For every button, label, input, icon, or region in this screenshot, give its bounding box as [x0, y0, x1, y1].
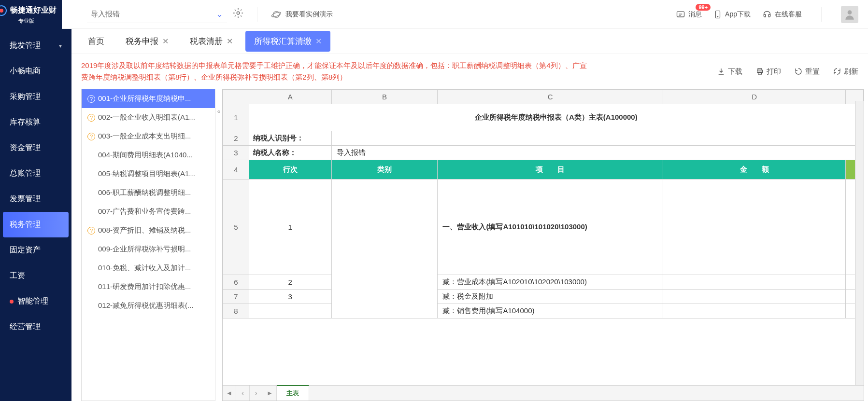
col-header[interactable]: A — [249, 90, 331, 104]
sidebar-item-label: 采购管理 — [10, 92, 41, 102]
search-box[interactable]: ⌄ — [87, 6, 227, 23]
sidebar-item[interactable]: 批发管理▾ — [0, 33, 71, 58]
gear-icon[interactable] — [233, 8, 243, 21]
tree-item[interactable]: 006-职工薪酬纳税调整明细... — [82, 183, 215, 202]
row-header[interactable]: 6 — [223, 275, 249, 290]
cell[interactable] — [331, 180, 438, 318]
avatar[interactable] — [841, 6, 858, 23]
header-cell[interactable]: 类别 — [331, 160, 438, 180]
tree-item[interactable]: 004-期间费用明细表(A1040... — [82, 146, 215, 165]
headset-icon — [762, 10, 772, 19]
cell[interactable]: 减：税金及附加 — [438, 290, 663, 304]
download-button[interactable]: 下载 — [717, 67, 742, 76]
sidebar: 批发管理▾小畅电商采购管理库存核算资金管理总账管理发票管理税务管理固定资产工资智… — [0, 29, 71, 401]
sheet-nav-prev[interactable]: ‹ — [236, 386, 250, 401]
reset-icon — [795, 68, 802, 75]
sheet-title[interactable]: 企业所得税年度纳税申报表（A类）主表(A100000) — [249, 104, 863, 131]
cell[interactable] — [663, 275, 846, 290]
tab[interactable]: 税务申报✕ — [117, 31, 177, 52]
header-cell[interactable]: 项 目 — [438, 160, 663, 180]
close-icon[interactable]: ✕ — [315, 37, 322, 46]
col-header[interactable]: C — [438, 90, 663, 104]
cell[interactable] — [249, 304, 331, 318]
sheet-nav-last[interactable]: ► — [263, 386, 277, 401]
cell[interactable]: 2 — [249, 275, 331, 290]
form-tree: ?001-企业所得税年度纳税申...?002-一般企业收入明细表(A1...?0… — [81, 89, 215, 401]
sheet-corner[interactable] — [223, 90, 249, 104]
demo-link[interactable]: 我要看实例演示 — [271, 9, 333, 20]
messages-button[interactable]: 消息 99+ — [676, 10, 702, 19]
close-icon[interactable]: ✕ — [227, 37, 233, 46]
cell[interactable]: 纳税人识别号： — [249, 131, 331, 146]
sidebar-item[interactable]: 总账管理 — [0, 161, 71, 186]
refresh-button[interactable]: 刷新 — [833, 67, 858, 76]
sheet-nav-next[interactable]: › — [250, 386, 263, 401]
col-header[interactable]: B — [331, 90, 438, 104]
row-header[interactable]: 4 — [223, 160, 249, 180]
tab-bar: 首页税务申报✕税表清册✕所得税汇算清缴✕ — [71, 29, 868, 54]
tree-item[interactable]: 007-广告费和业务宣传费跨... — [82, 202, 215, 221]
chevron-down-icon[interactable]: ⌄ — [216, 9, 223, 19]
sidebar-item[interactable]: 税务管理 — [3, 212, 69, 237]
cell[interactable]: 减：营业成本(填写A102010\102020\103000) — [438, 275, 663, 290]
tree-item[interactable]: ?003-一般企业成本支出明细... — [82, 127, 215, 146]
sidebar-item[interactable]: 智能管理 — [0, 289, 71, 314]
sidebar-item-label: 资金管理 — [10, 143, 41, 153]
tab[interactable]: 所得税汇算清缴✕ — [245, 31, 330, 52]
sidebar-item[interactable]: 采购管理 — [0, 84, 71, 110]
sidebar-item[interactable]: 小畅电商 — [0, 58, 71, 84]
cell[interactable]: 导入报错 — [331, 146, 863, 160]
vertical-scrollbar[interactable] — [855, 101, 864, 385]
header-cell[interactable]: 金 额 — [663, 160, 846, 180]
cell[interactable]: 1 — [249, 180, 331, 275]
tree-item[interactable]: 005-纳税调整项目明细表(A1... — [82, 165, 215, 183]
cell[interactable]: 3 — [249, 290, 331, 304]
tree-item-label: 004-期间费用明细表(A1040... — [98, 151, 193, 160]
close-icon[interactable]: ✕ — [162, 37, 169, 46]
tree-item[interactable]: 012-减免所得税优惠明细表(... — [82, 296, 215, 315]
collapse-handle[interactable]: « — [215, 89, 222, 401]
tree-item[interactable]: 010-免税、减计收入及加计... — [82, 259, 215, 277]
tree-item-label: 002-一般企业收入明细表(A1... — [98, 113, 195, 122]
header-cell[interactable]: 行次 — [249, 160, 331, 180]
support-button[interactable]: 在线客服 — [762, 10, 802, 19]
tree-item[interactable]: ?002-一般企业收入明细表(A1... — [82, 108, 215, 127]
sidebar-item[interactable]: 工资 — [0, 263, 71, 289]
reset-button[interactable]: 重置 — [795, 67, 820, 76]
row-header[interactable]: 7 — [223, 290, 249, 304]
row-header[interactable]: 1 — [223, 104, 249, 131]
cell[interactable] — [663, 180, 846, 275]
help-icon: ? — [87, 95, 95, 103]
chevron-down-icon: ▾ — [59, 42, 62, 49]
app-download-button[interactable]: App下载 — [713, 10, 751, 19]
sidebar-item[interactable]: 库存核算 — [0, 110, 71, 135]
cell[interactable] — [663, 304, 846, 318]
search-input[interactable] — [91, 10, 216, 18]
row-header[interactable]: 3 — [223, 146, 249, 160]
sheet-tab[interactable]: 主表 — [277, 385, 309, 401]
sidebar-item[interactable]: 固定资产 — [0, 237, 71, 263]
sidebar-item[interactable]: 发票管理 — [0, 186, 71, 212]
sheet-nav-first[interactable]: ◄ — [223, 386, 236, 401]
sidebar-item-label: 小畅电商 — [10, 66, 41, 76]
tree-item-label: 012-减免所得税优惠明细表(... — [98, 301, 194, 310]
tree-item[interactable]: ?001-企业所得税年度纳税申... — [82, 89, 215, 108]
row-header[interactable]: 5 — [223, 180, 249, 275]
row-header[interactable]: 2 — [223, 131, 249, 146]
tab[interactable]: 税表清册✕ — [181, 31, 242, 52]
col-header[interactable]: D — [663, 90, 846, 104]
sidebar-item[interactable]: 资金管理 — [0, 135, 71, 161]
cell[interactable] — [331, 131, 863, 146]
cell[interactable]: 纳税人名称： — [249, 146, 331, 160]
tab[interactable]: 首页 — [79, 31, 113, 52]
cell[interactable]: 一、营业收入(填写A101010\101020\103000) — [438, 180, 663, 275]
print-button[interactable]: 打印 — [756, 67, 781, 76]
tree-item[interactable]: 011-研发费用加计扣除优惠... — [82, 277, 215, 296]
tree-item[interactable]: ?008-资产折旧、摊销及纳税... — [82, 221, 215, 240]
sidebar-item[interactable]: 经营管理 — [0, 314, 71, 340]
notification-dot — [10, 300, 14, 304]
row-header[interactable]: 8 — [223, 304, 249, 318]
tree-item[interactable]: 009-企业所得税弥补亏损明... — [82, 240, 215, 259]
cell[interactable] — [663, 290, 846, 304]
cell[interactable]: 减：销售费用(填写A104000) — [438, 304, 663, 318]
